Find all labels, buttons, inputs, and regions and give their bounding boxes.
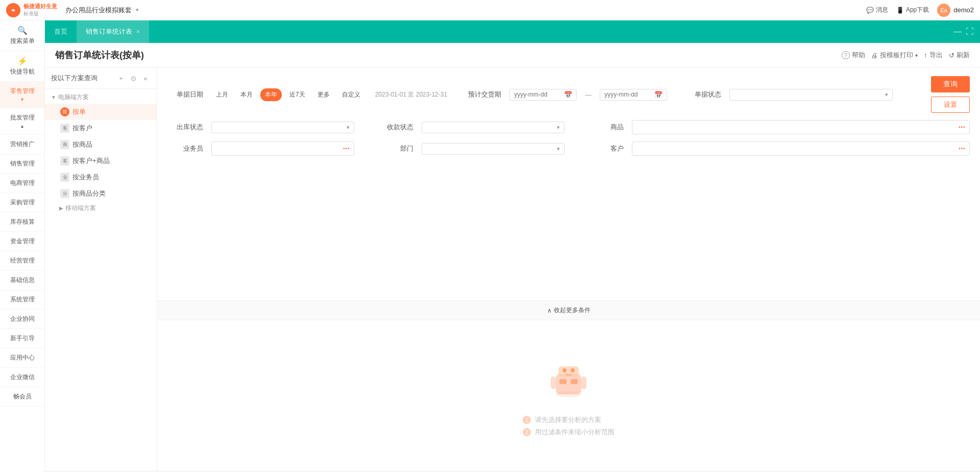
- print-icon: 🖨: [871, 52, 878, 59]
- sidebar-item-system[interactable]: 系统管理: [0, 290, 44, 310]
- tab-maximize-icon[interactable]: ⛶: [966, 27, 974, 36]
- filter-row-1: 单据日期 上月 本月 本年 近7天 更多 自定义 2023-01-01 至 20…: [167, 76, 970, 113]
- scheme-header-actions: + ⊙ «: [116, 73, 151, 83]
- app-icon: 📱: [896, 7, 904, 14]
- workspace-dropdown-icon[interactable]: ▾: [136, 7, 139, 13]
- message-button[interactable]: 💬 消息: [866, 6, 888, 14]
- empty-hints: 1 请先选择要分析的方案 2 用过滤条件来缩小分析范围: [523, 412, 615, 440]
- tab-minimize-icon[interactable]: —: [953, 27, 962, 36]
- mobile-group[interactable]: ▶ 移动端方案: [45, 202, 157, 215]
- scheme-item-by-goods[interactable]: 商 按商品: [45, 136, 157, 153]
- sidebar-item-purchase[interactable]: 采购管理: [0, 193, 44, 213]
- receipt-select[interactable]: ▾: [422, 122, 565, 133]
- page-header-actions: ? 帮助 🖨 按模板打印 ▾ ↑ 导出 ↺ 刷新: [842, 51, 970, 60]
- app-download-button[interactable]: 📱 App下载: [896, 6, 929, 14]
- collapse-bar[interactable]: ∧ 收起更多条件: [157, 300, 980, 320]
- receipt-label: 收款状态: [378, 123, 413, 132]
- sidebar-item-ecommerce[interactable]: 电商管理: [0, 174, 44, 193]
- scheme-item-by-agent[interactable]: 业 按业务员: [45, 169, 157, 185]
- customer-label: 客户: [588, 144, 624, 153]
- settings-button[interactable]: 设置: [931, 97, 970, 113]
- date-to-input[interactable]: [604, 91, 650, 98]
- scheme-collapse-button[interactable]: «: [140, 73, 151, 83]
- customer-dots-icon[interactable]: ···: [959, 144, 965, 153]
- date-btn-custom[interactable]: 自定义: [337, 88, 365, 101]
- print-button[interactable]: 🖨 按模板打印 ▾: [871, 51, 918, 60]
- user-area[interactable]: Ea demo2: [937, 4, 974, 17]
- wholesale-arrow-icon: ▴: [21, 123, 23, 129]
- calendar-from-icon[interactable]: 📅: [564, 91, 572, 99]
- scheme-panel: 按以下方案查询 + ⊙ « ▼ 电脑端方案 按 按单: [45, 68, 157, 470]
- sidebar-item-retail[interactable]: 零售管理 ▾: [0, 82, 44, 108]
- scheme-item-by-customer-goods[interactable]: 客 按客户+商品: [45, 153, 157, 169]
- agent-input-area[interactable]: ···: [211, 141, 354, 156]
- help-button[interactable]: ? 帮助: [842, 51, 865, 60]
- sidebar-item-operations[interactable]: 经营管理: [0, 251, 44, 271]
- sidebar-item-enterprise[interactable]: 企业协同: [0, 310, 44, 329]
- status-select-arrow-icon: ▾: [885, 91, 888, 98]
- sidebar-item-member[interactable]: 畅会员: [0, 387, 44, 407]
- scheme-settings-button[interactable]: ⊙: [128, 73, 138, 83]
- right-panel: 单据日期 上月 本月 本年 近7天 更多 自定义 2023-01-01 至 20…: [157, 68, 980, 470]
- status-label: 单据状态: [685, 90, 721, 99]
- marketing-label: 营销推广: [2, 140, 42, 149]
- tab-stats[interactable]: 销售订单统计表 ×: [77, 20, 149, 43]
- basic-label: 基础信息: [2, 276, 42, 285]
- print-dropdown-icon[interactable]: ▾: [915, 53, 918, 58]
- tab-close-icon[interactable]: ×: [136, 28, 140, 35]
- sidebar-item-apps[interactable]: 应用中心: [0, 348, 44, 368]
- svg-rect-9: [551, 376, 556, 389]
- sidebar-item-search[interactable]: 🔍 搜索菜单: [0, 20, 44, 51]
- sidebar: 🔍 搜索菜单 ⚡ 快捷导航 零售管理 ▾ 批发管理 ▴ 营销推广 销售管理 电商…: [0, 20, 45, 472]
- export-button[interactable]: ↑ 导出: [924, 51, 943, 60]
- sidebar-item-wholesale[interactable]: 批发管理 ▴: [0, 108, 44, 135]
- delivery-select[interactable]: ▾: [211, 122, 354, 133]
- scheme-custgoods-icon: 客: [60, 156, 69, 166]
- scheme-item-by-customer[interactable]: 客 按客户: [45, 120, 157, 136]
- sidebar-item-guide[interactable]: 新手引导: [0, 329, 44, 348]
- retail-arrow-icon: ▾: [21, 97, 23, 102]
- svg-rect-3: [559, 379, 567, 384]
- delivery-select-arrow-icon: ▾: [347, 124, 350, 131]
- scheme-item-sq-icon: 客: [60, 124, 69, 133]
- refresh-button[interactable]: ↺ 刷新: [949, 51, 970, 60]
- customer-input-area[interactable]: ···: [632, 141, 970, 156]
- date-btn-7days[interactable]: 近7天: [285, 88, 310, 101]
- dept-select[interactable]: ▾: [422, 143, 565, 155]
- date-btn-more[interactable]: 更多: [313, 88, 334, 101]
- date-from-input[interactable]: [514, 91, 560, 98]
- query-button[interactable]: 查询: [931, 76, 970, 92]
- logo-text: 畅捷通好生意 标准版: [23, 3, 57, 17]
- date-label: 单据日期: [167, 90, 203, 99]
- status-select[interactable]: ▾: [729, 89, 893, 101]
- member-label: 畅会员: [2, 392, 42, 401]
- message-icon: 💬: [866, 7, 874, 14]
- date-btn-thisyear[interactable]: 本年: [260, 88, 282, 101]
- date-from-group: 📅: [509, 89, 577, 101]
- sidebar-item-quicknav[interactable]: ⚡ 快捷导航: [0, 51, 44, 82]
- avatar: Ea: [937, 4, 950, 17]
- scheme-item-by-category[interactable]: 分 按商品分类: [45, 185, 157, 202]
- filter-panel: 单据日期 上月 本月 本年 近7天 更多 自定义 2023-01-01 至 20…: [157, 68, 980, 300]
- sidebar-item-sales[interactable]: 销售管理: [0, 154, 44, 174]
- scheme-goods-icon: 商: [60, 140, 69, 149]
- sales-label: 销售管理: [2, 159, 42, 168]
- agent-dots-icon[interactable]: ···: [343, 144, 350, 153]
- goods-input-area[interactable]: ···: [632, 120, 970, 134]
- sidebar-item-wechat[interactable]: 企业微信: [0, 368, 44, 387]
- sidebar-item-marketing[interactable]: 营销推广: [0, 135, 44, 154]
- sidebar-item-finance[interactable]: 资金管理: [0, 232, 44, 251]
- sidebar-item-basic[interactable]: 基础信息: [0, 271, 44, 290]
- scheme-add-button[interactable]: +: [116, 73, 126, 83]
- wechat-label: 企业微信: [2, 373, 42, 382]
- date-btn-lastmonth[interactable]: 上月: [211, 88, 233, 101]
- goods-dots-icon[interactable]: ···: [959, 123, 965, 132]
- collapse-label: 收起更多条件: [554, 306, 591, 315]
- sidebar-item-inventory[interactable]: 库存核算: [0, 213, 44, 232]
- inventory-label: 库存核算: [2, 218, 42, 226]
- svg-rect-4: [571, 379, 578, 384]
- scheme-item-by-order[interactable]: 按 按单: [45, 104, 157, 120]
- calendar-to-icon[interactable]: 📅: [654, 91, 663, 99]
- tab-home[interactable]: 首页: [45, 20, 77, 43]
- date-btn-thismonth[interactable]: 本月: [236, 88, 257, 101]
